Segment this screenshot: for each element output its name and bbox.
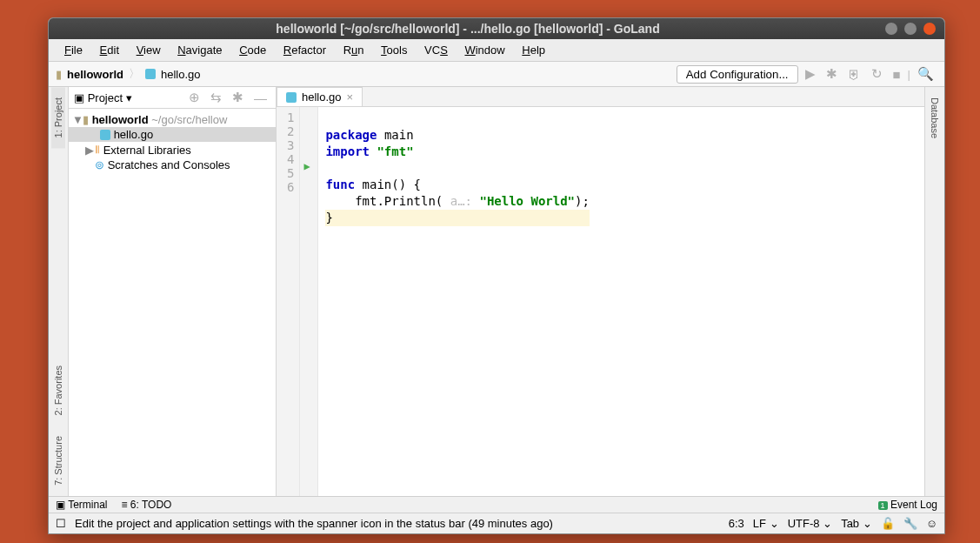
- tool-tab-favorites[interactable]: 2: Favorites: [51, 355, 65, 426]
- status-bar: ☐ Edit the project and application setti…: [49, 513, 944, 533]
- menu-vcs[interactable]: VCS: [417, 41, 455, 59]
- status-encoding[interactable]: UTF-8 ⌄: [788, 517, 832, 530]
- status-cursor[interactable]: 6:3: [729, 517, 744, 530]
- navigation-bar: ▮ helloworld 〉 hello.go Add Configuratio…: [49, 62, 944, 87]
- status-line-ending[interactable]: LF ⌄: [753, 517, 779, 530]
- editor-tab-hello[interactable]: hello.go ×: [277, 87, 363, 106]
- tool-tab-database[interactable]: Database: [928, 87, 942, 149]
- coverage-icon[interactable]: ⛨: [844, 67, 864, 82]
- project-tool-header: ▣ Project ▾ ⊕ ⇆ ✱ —: [69, 87, 276, 109]
- breadcrumb-file[interactable]: hello.go: [161, 68, 201, 81]
- title-bar[interactable]: helloworld [~/go/src/helloworld] - .../h…: [49, 18, 944, 39]
- tree-file-hello[interactable]: hello.go: [69, 127, 276, 142]
- app-window: helloworld [~/go/src/helloworld] - .../h…: [48, 17, 945, 534]
- menu-bar: File Edit View Navigate Code Refactor Ru…: [49, 39, 944, 62]
- close-tab-icon[interactable]: ×: [347, 90, 354, 104]
- status-tip: Edit the project and application setting…: [75, 517, 720, 530]
- line-numbers: 1 2 3 4 5 6: [277, 107, 300, 496]
- tool-tab-eventlog[interactable]: 1 Event Log: [878, 499, 937, 511]
- left-tool-strip: 1: Project 2: Favorites 7: Structure: [49, 87, 69, 496]
- project-tree[interactable]: ▼▮ helloworld ~/go/src/hellow hello.go ▶…: [69, 109, 276, 176]
- search-icon[interactable]: 🔍: [914, 66, 937, 82]
- menu-tools[interactable]: Tools: [374, 41, 414, 59]
- folder-icon: ▮: [56, 68, 62, 81]
- menu-file[interactable]: File: [57, 41, 90, 59]
- close-button[interactable]: [923, 23, 936, 35]
- debug-icon[interactable]: ✱: [823, 66, 841, 82]
- project-view-selector[interactable]: ▣ Project ▾: [74, 91, 132, 104]
- menu-navigate[interactable]: Navigate: [170, 41, 229, 59]
- editor-tab-label: hello.go: [302, 90, 342, 104]
- window-title: helloworld [~/go/src/helloworld] - .../h…: [57, 22, 878, 36]
- menu-edit[interactable]: Edit: [93, 41, 126, 59]
- run-gutter-icon[interactable]: ▶: [303, 160, 310, 172]
- tool-tab-todo[interactable]: ≡ 6: TODO: [121, 499, 171, 511]
- profile-icon[interactable]: ↻: [868, 66, 886, 82]
- menu-window[interactable]: Window: [457, 41, 511, 59]
- tool-tab-structure[interactable]: 7: Structure: [51, 426, 65, 496]
- editor-pane: hello.go × 1 2 3 4 5 6 ▶ package main im…: [277, 87, 924, 496]
- gutter-marks: ▶: [300, 107, 318, 496]
- go-file-icon: [145, 69, 156, 79]
- add-configuration-button[interactable]: Add Configuration...: [677, 65, 798, 84]
- tool-tab-terminal[interactable]: ▣ Terminal: [56, 499, 107, 511]
- tree-root[interactable]: ▼▮ helloworld ~/go/src/hellow: [69, 112, 276, 127]
- code-area[interactable]: package main import "fmt" func main() { …: [318, 107, 589, 496]
- right-tool-strip: Database: [924, 87, 944, 496]
- tree-scratches[interactable]: ⊚ Scratches and Consoles: [69, 158, 276, 172]
- breadcrumb: ▮ helloworld 〉 hello.go: [56, 66, 673, 82]
- hide-icon[interactable]: —: [250, 90, 270, 105]
- breadcrumb-sep: 〉: [129, 66, 140, 82]
- wrench-icon[interactable]: 🔧: [903, 517, 917, 530]
- tree-external-libraries[interactable]: ▶⫴ External Libraries: [69, 142, 276, 158]
- lock-icon[interactable]: 🔓: [881, 517, 895, 530]
- run-icon[interactable]: ▶: [802, 66, 819, 82]
- go-file-icon: [286, 92, 297, 103]
- go-file-icon: [100, 130, 110, 140]
- stop-icon[interactable]: ■: [890, 67, 904, 82]
- menu-help[interactable]: Help: [515, 41, 552, 59]
- menu-refactor[interactable]: Refactor: [277, 41, 333, 59]
- status-indent[interactable]: Tab ⌄: [841, 517, 872, 530]
- breadcrumb-project[interactable]: helloworld: [67, 68, 123, 81]
- hector-icon[interactable]: ☺: [926, 517, 937, 530]
- settings-icon[interactable]: ✱: [229, 90, 247, 105]
- editor-tabs: hello.go ×: [277, 87, 924, 107]
- main-body: 1: Project 2: Favorites 7: Structure ▣ P…: [49, 87, 944, 496]
- tool-tab-project[interactable]: 1: Project: [51, 87, 65, 148]
- menu-code[interactable]: Code: [232, 41, 273, 59]
- bottom-tool-strip: ▣ Terminal ≡ 6: TODO 1 Event Log: [49, 496, 944, 513]
- locate-icon[interactable]: ⊕: [185, 90, 203, 105]
- minimize-button[interactable]: [885, 23, 897, 35]
- status-tip-icon[interactable]: ☐: [56, 517, 66, 530]
- menu-view[interactable]: View: [130, 41, 168, 59]
- maximize-button[interactable]: [904, 23, 917, 35]
- code-editor[interactable]: 1 2 3 4 5 6 ▶ package main import "fmt" …: [277, 107, 924, 496]
- menu-run[interactable]: Run: [337, 41, 371, 59]
- project-tool-window: ▣ Project ▾ ⊕ ⇆ ✱ — ▼▮ helloworld ~/go/s…: [69, 87, 277, 496]
- expand-icon[interactable]: ⇆: [207, 90, 225, 105]
